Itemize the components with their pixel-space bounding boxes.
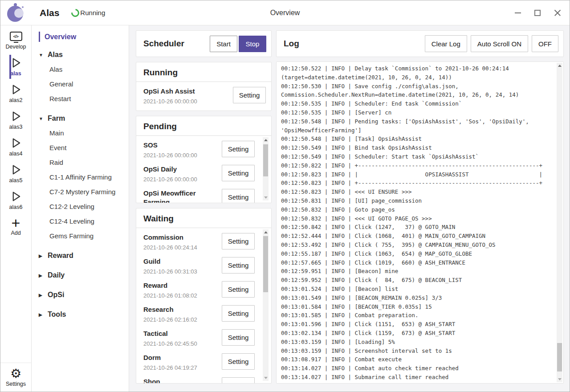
stop-button[interactable]: Stop bbox=[239, 36, 266, 52]
task-setting-button[interactable]: Setting bbox=[222, 353, 255, 370]
task-info: Dorm 2021-10-26 04:19:27 bbox=[143, 353, 197, 371]
menu-item-general[interactable]: General bbox=[49, 77, 129, 91]
log-line: 00:13:01.596 | INFO | Click (1151, 653) … bbox=[281, 320, 552, 329]
log-line: 00:13:14.027 | INFO | Submarine call tim… bbox=[281, 373, 552, 381]
log-scrollbar[interactable] bbox=[557, 63, 562, 382]
log-line: 00:12:50.549 | INFO | Bind task OpsiAshA… bbox=[281, 143, 552, 152]
scroll-thumb[interactable] bbox=[263, 144, 268, 176]
task-time: 2021-10-26 00:00:00 bbox=[143, 98, 197, 105]
scroll-down-icon[interactable] bbox=[263, 195, 269, 200]
log-line: 00:12:55.187 | INFO | Click (1063, 654) … bbox=[281, 249, 552, 258]
scheduler-status: Running bbox=[71, 9, 105, 17]
menu-item-raid[interactable]: Raid bbox=[49, 155, 129, 170]
scroll-up-icon[interactable] bbox=[263, 137, 269, 143]
rail-item-alas[interactable]: alas bbox=[9, 53, 23, 80]
task-setting-button[interactable]: Setting bbox=[222, 377, 255, 383]
menu-item-event[interactable]: Event bbox=[49, 140, 129, 155]
menu-section-header-reward[interactable]: ▶Reward bbox=[39, 249, 129, 263]
play-icon bbox=[9, 136, 23, 150]
scroll-up-icon[interactable] bbox=[557, 63, 562, 69]
pending-scrollbar[interactable] bbox=[263, 137, 269, 200]
menu-section-label: Alas bbox=[48, 51, 63, 59]
log-panel[interactable]: 00:12:50.522 | INFO | Delay task `Commis… bbox=[276, 61, 564, 384]
scroll-down-icon[interactable] bbox=[557, 376, 562, 382]
task-info: Guild 2021-10-26 00:31:03 bbox=[143, 257, 197, 275]
rail-item-develop[interactable]: </> Develop bbox=[0, 29, 31, 53]
task-row: Research 2021-10-26 02:16:02 Setting bbox=[136, 300, 260, 324]
rail-item-alas2[interactable]: alas2 bbox=[9, 80, 23, 107]
close-button[interactable] bbox=[554, 9, 561, 16]
plus-icon: + bbox=[12, 216, 20, 229]
menu-item-c7-2-mystery-farming[interactable]: C7-2 Mystery Farming bbox=[49, 184, 129, 199]
task-setting-button[interactable]: Setting bbox=[233, 87, 266, 103]
menu-section-label: OpSi bbox=[48, 291, 64, 299]
task-info: Commission 2021-10-26 00:24:14 bbox=[143, 233, 197, 251]
rail-item-alas6[interactable]: alas6 bbox=[9, 187, 23, 214]
menu-item-overview[interactable]: Overview bbox=[39, 32, 129, 42]
rail-item-add[interactable]: + Add bbox=[0, 214, 31, 240]
menu-item-gems-farming[interactable]: Gems Farming bbox=[49, 229, 129, 243]
menu-section-label: Reward bbox=[48, 252, 73, 260]
log-line: 00:12:50.530 | INFO | Save config ./conf… bbox=[281, 82, 552, 100]
task-time: 2021-10-26 00:00:00 bbox=[143, 152, 197, 159]
log-line: 00:12:50.548 | INFO | Pending tasks: ['O… bbox=[281, 117, 552, 135]
task-setting-button[interactable]: Setting bbox=[222, 281, 255, 298]
instance-label: alas6 bbox=[9, 204, 23, 210]
menu-item-c12-2-leveling[interactable]: C12-2 Leveling bbox=[49, 199, 129, 214]
menu-item-main[interactable]: Main bbox=[49, 126, 129, 140]
menu-item-alas[interactable]: Alas bbox=[49, 62, 129, 77]
rail-item-alas5[interactable]: alas5 bbox=[9, 160, 23, 187]
clear-log-button[interactable]: Clear Log bbox=[425, 35, 467, 52]
scroll-thumb[interactable] bbox=[263, 236, 268, 292]
task-setting-button[interactable]: Setting bbox=[222, 305, 255, 322]
menu-section: ▶Tools bbox=[39, 307, 129, 322]
task-info: SOS 2021-10-26 00:00:00 bbox=[143, 141, 197, 159]
start-button[interactable]: Start bbox=[210, 36, 237, 52]
task-time: 2021-10-26 04:19:27 bbox=[143, 364, 197, 371]
play-icon bbox=[9, 56, 23, 69]
log-line: 00:13:01.524 | INFO | [Beacon] list bbox=[281, 285, 552, 294]
menu-sections: ▼AlasAlasGeneralRestart▼FarmMainEventRai… bbox=[39, 48, 129, 322]
rail-item-settings[interactable]: ⚙ Settings bbox=[0, 363, 31, 392]
minimize-button[interactable] bbox=[514, 9, 521, 16]
task-name: Commission bbox=[143, 233, 197, 242]
menu-section-header-tools[interactable]: ▶Tools bbox=[39, 307, 129, 322]
log-line: 00:12:50.832 | INFO | <<< UI GOTO PAGE_O… bbox=[281, 214, 552, 223]
task-setting-button[interactable]: Setting bbox=[222, 189, 255, 203]
scroll-down-icon[interactable] bbox=[263, 375, 269, 381]
rail-item-alas4[interactable]: alas4 bbox=[9, 134, 23, 160]
menu-item-c12-4-leveling[interactable]: C12-4 Leveling bbox=[49, 214, 129, 229]
task-setting-button[interactable]: Setting bbox=[222, 257, 255, 274]
menu-section-header-alas[interactable]: ▼Alas bbox=[39, 48, 129, 62]
task-setting-button[interactable]: Setting bbox=[222, 165, 255, 181]
menu-item-c1-1-affinity-farming[interactable]: C1-1 Affinity Farming bbox=[49, 170, 129, 184]
task-setting-button[interactable]: Setting bbox=[222, 329, 255, 346]
menu-section-header-farm[interactable]: ▼Farm bbox=[39, 111, 129, 126]
log-line: 00:13:02.134 | INFO | Click (1159, 673) … bbox=[281, 329, 552, 338]
waiting-scrollbar[interactable] bbox=[263, 229, 269, 381]
task-row: Dorm 2021-10-26 04:19:27 Setting bbox=[136, 348, 260, 372]
log-line: 00:13:08.917 | INFO | Combat execute bbox=[281, 355, 552, 364]
task-name: Research bbox=[143, 305, 197, 314]
instance-rail: </> Develop alas alas2 alas3 alas4 alas5 bbox=[0, 25, 32, 392]
menu-section-header-daily[interactable]: ▶Daily bbox=[39, 268, 129, 282]
play-icon bbox=[9, 163, 23, 176]
scroll-thumb[interactable] bbox=[557, 343, 562, 372]
log-line: 00:12:50.832 | INFO | Goto page_os bbox=[281, 205, 552, 214]
log-line: 00:12:50.823 | INFO | | OPSIASHASSIST | bbox=[281, 170, 552, 179]
scroll-up-icon[interactable] bbox=[263, 229, 269, 235]
task-setting-button[interactable]: Setting bbox=[222, 141, 255, 157]
menu-item-restart[interactable]: Restart bbox=[49, 91, 129, 106]
menu-section-header-opsi[interactable]: ▶OpSi bbox=[39, 288, 129, 302]
rail-item-alas3[interactable]: alas3 bbox=[9, 107, 23, 134]
log-line: 00:12:50.535 | INFO | [Server] cn bbox=[281, 108, 552, 117]
auto-scroll-on-button[interactable]: Auto Scroll ON bbox=[471, 35, 528, 52]
main-content: Scheduler Start Stop Running OpSi Ash As… bbox=[129, 25, 570, 392]
triangle-right-icon: ▶ bbox=[39, 293, 44, 298]
maximize-button[interactable] bbox=[534, 9, 541, 16]
task-name: OpSi Meowfficer Farming bbox=[143, 189, 218, 203]
task-setting-button[interactable]: Setting bbox=[222, 233, 255, 249]
running-title: Running bbox=[136, 62, 271, 82]
auto-scroll-off-button[interactable]: OFF bbox=[532, 35, 558, 52]
task-info: OpSi Meowfficer Farming bbox=[143, 189, 218, 203]
